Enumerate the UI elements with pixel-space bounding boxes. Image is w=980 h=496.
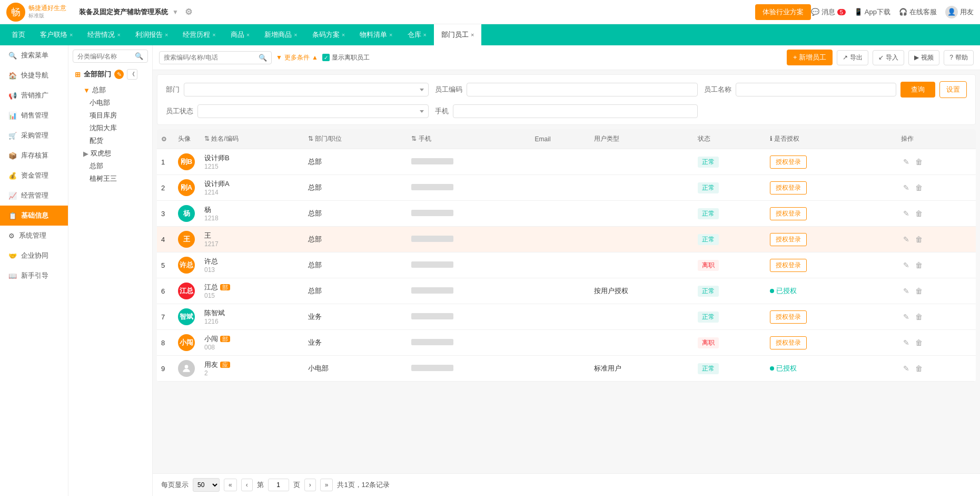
more-filter-button[interactable]: ▼ 更多条件 ▲ <box>276 53 318 62</box>
dropdown-icon[interactable]: ▼ <box>172 8 179 16</box>
export-button[interactable]: ↗ 导出 <box>837 50 868 65</box>
delete-button[interactable]: 🗑 <box>913 363 925 374</box>
edit-button[interactable]: ✎ <box>901 182 912 193</box>
edit-button[interactable]: ✎ <box>901 286 912 296</box>
filter-reset-button[interactable]: 设置 <box>939 81 967 98</box>
sidebar-item-purchase[interactable]: 🛒 采购管理 <box>0 125 68 145</box>
prev-page-button[interactable]: ‹ <box>241 479 253 491</box>
auth-button[interactable]: 授权登录 <box>770 207 807 220</box>
filter-phone-input[interactable] <box>453 104 698 118</box>
delete-button[interactable]: 🗑 <box>913 312 925 322</box>
edit-button[interactable]: ✎ <box>901 312 912 322</box>
col-name[interactable]: ⇅ 姓名/编码 <box>200 129 304 149</box>
next-page-button[interactable]: › <box>304 479 316 491</box>
search-submit-icon[interactable]: 🔍 <box>259 54 267 62</box>
support-button[interactable]: 🎧 在线客服 <box>899 7 937 17</box>
app-download-button[interactable]: 📱 App下载 <box>854 7 890 17</box>
trial-button[interactable]: 体验行业方案 <box>755 4 811 20</box>
nav-item-bom[interactable]: 物料清单 × <box>352 24 400 45</box>
first-page-button[interactable]: « <box>224 479 237 491</box>
edit-button[interactable]: ✎ <box>901 260 912 270</box>
dept-node-zhishu[interactable]: 植树王三 <box>77 172 148 185</box>
dept-node-zongbu-root[interactable]: ▼ 总部 <box>77 84 148 96</box>
delete-button[interactable]: 🗑 <box>913 157 925 167</box>
dept-search-input[interactable] <box>77 53 135 60</box>
help-button[interactable]: ? 帮助 <box>944 50 974 65</box>
nav-close-barcode[interactable]: × <box>342 32 345 38</box>
nav-item-warehouse[interactable]: 仓库 × <box>400 24 434 45</box>
sidebar-item-collab[interactable]: 🤝 企业协同 <box>0 246 68 266</box>
nav-item-history[interactable]: 经营历程 × <box>175 24 223 45</box>
delete-button[interactable]: 🗑 <box>913 234 925 245</box>
nav-close-bom[interactable]: × <box>389 32 392 38</box>
dept-node-shuanghu[interactable]: ▶ 双虎想 <box>77 147 148 160</box>
user-menu[interactable]: 👤 用友 <box>945 6 974 18</box>
nav-item-goods[interactable]: 商品 × <box>223 24 257 45</box>
import-button[interactable]: ↙ 导入 <box>873 50 904 65</box>
dept-collapse-button[interactable]: 《 <box>127 69 137 80</box>
edit-button[interactable]: ✎ <box>901 157 912 167</box>
delete-button[interactable]: 🗑 <box>913 208 925 219</box>
nav-item-home[interactable]: 首页 <box>4 24 33 45</box>
auth-button[interactable]: 授权登录 <box>770 155 807 169</box>
auth-button[interactable]: 授权登录 <box>770 259 807 272</box>
dept-node-xiang[interactable]: 项目库房 <box>77 109 148 122</box>
sidebar-item-inventory[interactable]: 📦 库存核算 <box>0 145 68 166</box>
last-page-button[interactable]: » <box>320 479 333 491</box>
auth-button[interactable]: 授权登录 <box>770 310 807 324</box>
auth-button[interactable]: 授权登录 <box>770 181 807 194</box>
nav-item-barcode[interactable]: 条码方案 × <box>305 24 352 45</box>
settings-icon[interactable]: ⚙ <box>185 7 192 17</box>
page-input[interactable] <box>268 479 289 491</box>
nav-close-new-goods[interactable]: × <box>294 32 297 38</box>
nav-close-employees[interactable]: × <box>471 32 474 38</box>
nav-item-customer[interactable]: 客户联络 × <box>33 24 80 45</box>
edit-button[interactable]: ✎ <box>901 363 912 374</box>
sidebar-item-system[interactable]: ⚙ 系统管理 <box>0 226 68 246</box>
nav-item-operations[interactable]: 经营情况 × <box>80 24 127 45</box>
sidebar-item-search[interactable]: 🔍 搜索菜单 <box>0 45 68 65</box>
sidebar-item-marketing[interactable]: 📢 营销推广 <box>0 85 68 105</box>
auth-button[interactable]: 授权登录 <box>770 336 807 349</box>
auth-button[interactable]: 授权登录 <box>770 233 807 246</box>
add-employee-button[interactable]: + 新增员工 <box>787 50 833 65</box>
delete-button[interactable]: 🗑 <box>913 337 925 348</box>
nav-item-new-goods[interactable]: 新增商品 × <box>257 24 304 45</box>
nav-close-customer[interactable]: × <box>70 32 73 38</box>
nav-item-employees[interactable]: 部门员工 × <box>434 24 481 45</box>
dept-all[interactable]: ⊞ 全部部门 ✎ 《 <box>73 67 148 82</box>
sidebar-item-basic[interactable]: 📋 基础信息 <box>0 206 68 226</box>
show-resigned-toggle[interactable]: ✓ 显示离职员工 <box>322 53 370 62</box>
dept-node-shenyang[interactable]: 沈阳大库 <box>77 122 148 134</box>
filter-emp-name-input[interactable] <box>736 83 896 96</box>
dept-node-zongbu[interactable]: 总部 <box>77 160 148 172</box>
sidebar-item-guide[interactable]: 📖 新手引导 <box>0 266 68 286</box>
page-size-select[interactable]: 50 100 <box>193 478 220 492</box>
nav-close-profit[interactable]: × <box>165 32 168 38</box>
edit-button[interactable]: ✎ <box>901 337 912 348</box>
nav-close-warehouse[interactable]: × <box>423 32 427 38</box>
dept-edit-button[interactable]: ✎ <box>114 70 124 79</box>
sidebar-item-operations-mgmt[interactable]: 📈 经营管理 <box>0 186 68 206</box>
sidebar-item-nav[interactable]: 🏠 快捷导航 <box>0 65 68 85</box>
filter-dept-select[interactable] <box>184 83 429 96</box>
edit-button[interactable]: ✎ <box>901 208 912 219</box>
dept-node-xiaodian[interactable]: 小电部 <box>77 96 148 109</box>
delete-button[interactable]: 🗑 <box>913 286 925 296</box>
nav-item-profit[interactable]: 利润报告 × <box>128 24 175 45</box>
col-settings[interactable]: ⚙ <box>157 129 174 149</box>
filter-emp-code-input[interactable] <box>467 83 698 96</box>
delete-button[interactable]: 🗑 <box>913 182 925 193</box>
sidebar-item-finance[interactable]: 💰 资金管理 <box>0 166 68 186</box>
nav-close-goods[interactable]: × <box>246 32 250 38</box>
sidebar-item-sales[interactable]: 📊 销售管理 <box>0 105 68 125</box>
col-phone[interactable]: ⇅ 手机 <box>407 129 530 149</box>
filter-emp-status-select[interactable] <box>197 104 429 118</box>
delete-button[interactable]: 🗑 <box>913 260 925 270</box>
nav-close-history[interactable]: × <box>212 32 215 38</box>
nav-close-operations[interactable]: × <box>117 32 120 38</box>
dept-node-peihuo[interactable]: 配货 <box>77 134 148 147</box>
col-dept[interactable]: ⇅ 部门/职位 <box>304 129 408 149</box>
view-button[interactable]: ▶ 视频 <box>908 50 939 65</box>
edit-button[interactable]: ✎ <box>901 234 912 245</box>
